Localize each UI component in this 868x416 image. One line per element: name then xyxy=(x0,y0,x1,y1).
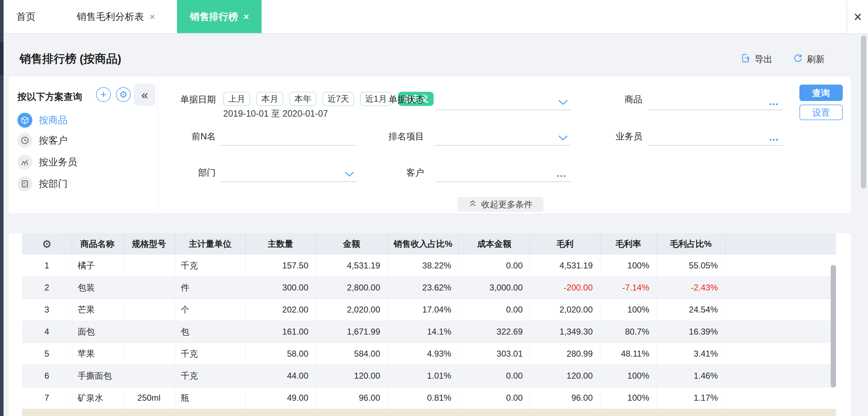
totals-row-partial xyxy=(22,409,836,416)
top-n-label: 前N名 xyxy=(145,130,216,142)
plus-icon: + xyxy=(100,89,107,101)
window-close-button[interactable]: × xyxy=(847,0,868,33)
table-cell: 1 xyxy=(22,255,72,277)
ellipsis-icon xyxy=(769,137,780,143)
table-row[interactable]: 4面包包161.001,671.9914.1%322.691,349.3080.… xyxy=(22,321,836,343)
customer-input[interactable] xyxy=(435,167,570,182)
table-cell: 千克 xyxy=(175,255,245,277)
query-button[interactable]: 查询 xyxy=(799,85,843,101)
table-cell: 80.7% xyxy=(600,321,657,343)
scheme-title: 按以下方案查询 xyxy=(17,91,82,103)
left-edge-strip-segment xyxy=(0,42,4,75)
table-cell: 4 xyxy=(22,321,72,343)
refresh-button[interactable]: 刷新 xyxy=(793,53,825,65)
table-cell: 0.00 xyxy=(459,387,530,409)
doc-status-select[interactable] xyxy=(435,95,570,110)
date-preset-3[interactable]: 近7天 xyxy=(322,92,354,106)
table-cell xyxy=(725,343,836,365)
column-header: 成本金额 xyxy=(459,233,530,255)
table-cell: 瓶 xyxy=(175,387,245,409)
tab-home[interactable]: 首页 xyxy=(4,0,48,33)
table-cell xyxy=(123,343,175,365)
ellipsis-icon xyxy=(556,173,568,179)
column-header: 主数量 xyxy=(245,233,316,255)
date-preset-0[interactable]: 上月 xyxy=(223,92,250,106)
table-cell: 120.00 xyxy=(530,365,600,387)
rank-item-select[interactable] xyxy=(435,131,570,146)
tab-sales-gross-profit-analysis[interactable]: 销售毛利分析表 × xyxy=(64,0,168,33)
scheme-item-label: 按业务员 xyxy=(39,156,77,169)
column-header: 规格型号 xyxy=(123,233,175,255)
settings-button[interactable]: 设置 xyxy=(799,105,843,120)
table-cell: 7 xyxy=(22,387,72,409)
table-cell: 手撕面包 xyxy=(72,365,123,387)
table-cell: 面包 xyxy=(72,321,123,343)
column-header: 毛利率 xyxy=(600,233,657,255)
table-row[interactable]: 3芒果个202.002,020.0017.04%0.002,020.00100%… xyxy=(22,299,836,321)
table-cell: 322.69 xyxy=(459,321,530,343)
column-settings-gear-icon[interactable]: ⚙ xyxy=(22,233,72,255)
doc-status-label: 单据状态 xyxy=(353,94,424,105)
scheme-item-by-customer[interactable]: 按客户 xyxy=(17,133,68,148)
table-cell xyxy=(123,321,175,343)
window-scrollbar-thumb[interactable] xyxy=(861,36,866,188)
top-n-input[interactable] xyxy=(220,131,356,146)
rank-item-label: 排名项目 xyxy=(353,130,424,142)
table-cell xyxy=(725,299,836,321)
table-cell xyxy=(725,255,836,277)
table-cell: 16.39% xyxy=(657,321,725,343)
date-preset-2[interactable]: 本年 xyxy=(289,92,316,106)
scheme-item-by-salesman[interactable]: 按业务员 xyxy=(17,155,77,170)
page-title: 销售排行榜 (按商品) xyxy=(20,51,121,67)
table-cell: 300.00 xyxy=(245,277,316,299)
add-scheme-button[interactable]: + xyxy=(96,87,111,102)
tab-sales-ranking-active[interactable]: 销售排行榜 × xyxy=(177,0,262,33)
refresh-icon xyxy=(793,53,803,65)
scheme-settings-button[interactable]: ⚙ xyxy=(116,87,131,102)
export-button[interactable]: 导出 xyxy=(741,53,772,65)
column-header: 主计量单位 xyxy=(175,233,245,255)
tab-bar: 首页 销售毛利分析表 × 销售排行榜 × xyxy=(4,0,868,33)
chevron-down-icon xyxy=(558,135,568,142)
table-row[interactable]: 6手撕面包千克44.00120.001.01%0.00120.00100%1.4… xyxy=(22,365,836,387)
table-row[interactable]: 1橘子千克157.504,531.1938.22%0.004,531.19100… xyxy=(22,255,836,277)
tab-close-icon[interactable]: × xyxy=(150,12,155,21)
product-input[interactable] xyxy=(649,95,783,110)
department-label: 部门 xyxy=(145,167,216,178)
scheme-item-by-product[interactable]: 按商品 xyxy=(17,113,68,128)
column-header: 金额 xyxy=(316,233,387,255)
refresh-label: 刷新 xyxy=(807,53,825,65)
collapse-more-label: 收起更多条件 xyxy=(481,199,532,210)
table-row[interactable]: 2包装件300.002,800.0023.62%3,000.00-200.00-… xyxy=(22,277,836,299)
table-scrollbar-thumb[interactable] xyxy=(831,265,836,388)
scheme-item-by-department[interactable]: 按部门 xyxy=(17,176,68,191)
date-preset-1[interactable]: 本月 xyxy=(256,92,283,106)
table-cell: 96.00 xyxy=(530,387,600,409)
table-cell xyxy=(123,255,175,277)
table-row[interactable]: 7矿泉水250ml瓶49.0096.000.81%0.0096.00100%1.… xyxy=(22,387,836,409)
gear-icon: ⚙ xyxy=(119,89,127,100)
scheme-item-label: 按部门 xyxy=(39,177,68,190)
tab-close-icon[interactable]: × xyxy=(243,12,249,21)
product-label: 商品 xyxy=(571,94,642,105)
table-cell xyxy=(123,277,175,299)
tab-label: 销售排行榜 xyxy=(190,10,238,23)
table-row[interactable]: 5苹果千克58.00584.004.93%303.01280.9948.11%3… xyxy=(22,343,836,365)
table-cell: 24.54% xyxy=(657,299,725,321)
left-edge-strip xyxy=(0,0,4,416)
cube-icon xyxy=(17,113,32,128)
department-select[interactable] xyxy=(221,167,357,182)
salesman-input[interactable] xyxy=(649,131,783,146)
date-range-value[interactable]: 2019-10-01 至 2020-01-07 xyxy=(223,108,328,119)
table-cell: 千克 xyxy=(175,365,245,387)
table-cell: 100% xyxy=(600,299,657,321)
scheme-item-label: 按客户 xyxy=(39,134,68,147)
table-cell: 矿泉水 xyxy=(72,387,123,409)
table-cell: 1,349.30 xyxy=(530,321,600,343)
export-icon xyxy=(741,53,750,65)
table-cell: -200.00 xyxy=(530,277,600,299)
collapse-more-conditions-button[interactable]: 收起更多条件 xyxy=(457,197,543,212)
table-cell: 4.93% xyxy=(387,343,459,365)
table-cell: 1.01% xyxy=(387,365,459,387)
export-label: 导出 xyxy=(755,53,772,65)
